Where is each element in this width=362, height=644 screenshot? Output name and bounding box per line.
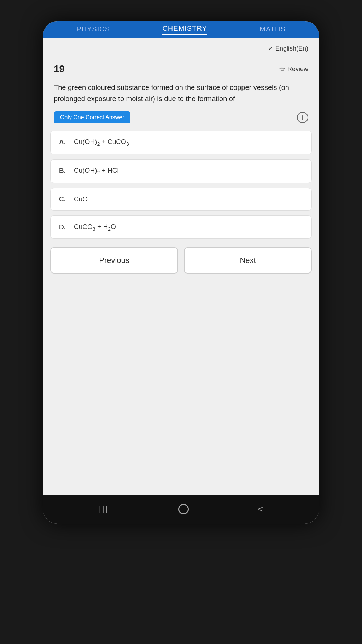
- language-selector[interactable]: ✓ English(En): [268, 45, 308, 52]
- option-b-text: Cu(OH)2 + HCl: [74, 167, 119, 176]
- option-a-text: Cu(OH)2 + CuCO3: [74, 138, 129, 147]
- option-b[interactable]: B. Cu(OH)2 + HCl: [50, 159, 312, 183]
- tab-maths[interactable]: MATHS: [259, 25, 286, 35]
- language-label: English(En): [275, 45, 308, 52]
- tab-physics[interactable]: PHYSICS: [76, 25, 110, 35]
- answer-type-row: Only One Correct Answer i: [43, 111, 319, 131]
- option-a[interactable]: A. Cu(OH)2 + CuCO3: [50, 131, 312, 154]
- android-nav-bar: ||| <: [43, 495, 319, 524]
- option-b-letter: B.: [59, 167, 68, 175]
- question-text: The green coloured substance formed on t…: [43, 78, 319, 111]
- options-list: A. Cu(OH)2 + CuCO3 B. Cu(OH)2 + HCl C. C…: [43, 131, 319, 239]
- checkmark-icon: ✓: [268, 45, 273, 52]
- previous-button[interactable]: Previous: [50, 247, 178, 274]
- top-tab-bar: PHYSICS CHEMISTRY MATHS: [43, 21, 319, 38]
- question-header: 19 ☆ Review: [43, 56, 319, 78]
- review-label: Review: [287, 65, 308, 73]
- info-icon[interactable]: i: [297, 112, 308, 123]
- tab-chemistry[interactable]: CHEMISTRY: [162, 24, 207, 35]
- option-d-letter: D.: [59, 223, 68, 231]
- menu-nav-icon[interactable]: |||: [99, 505, 109, 513]
- question-number: 19: [54, 63, 65, 75]
- content-area: ✓ English(En) 19 ☆ Review The green colo…: [43, 38, 319, 495]
- option-c-letter: C.: [59, 195, 68, 203]
- home-nav-icon[interactable]: [178, 504, 189, 514]
- option-a-letter: A.: [59, 138, 68, 146]
- option-c[interactable]: C. CuO: [50, 188, 312, 211]
- review-button[interactable]: ☆ Review: [279, 65, 308, 73]
- option-c-text: CuO: [74, 195, 88, 203]
- next-button[interactable]: Next: [184, 247, 312, 274]
- option-d[interactable]: D. CuCO3 + H2O: [50, 215, 312, 239]
- answer-type-badge: Only One Correct Answer: [54, 111, 130, 123]
- star-icon: ☆: [279, 65, 285, 73]
- navigation-row: Previous Next: [43, 239, 319, 281]
- back-nav-icon[interactable]: <: [258, 504, 263, 514]
- option-d-text: CuCO3 + H2O: [74, 223, 116, 232]
- language-row: ✓ English(En): [43, 38, 319, 56]
